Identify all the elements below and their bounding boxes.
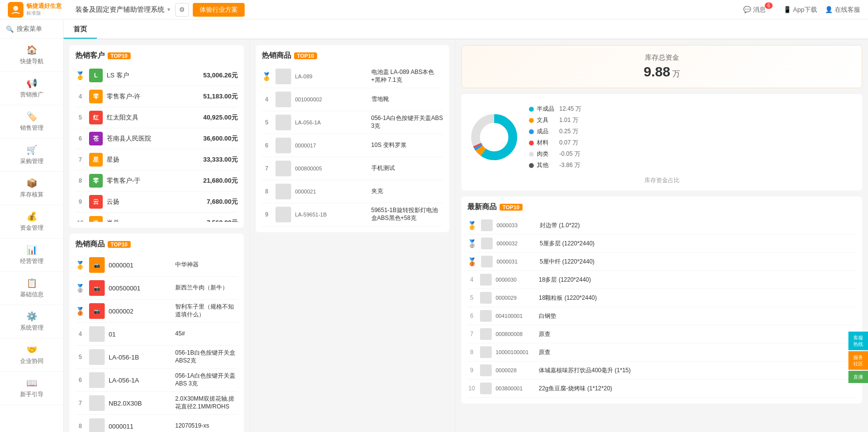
hpm-name-8: 夹克	[371, 188, 444, 195]
hp-code-2: 000500001	[109, 285, 171, 292]
hpm-code-5: LA-056-1A	[295, 120, 367, 125]
new-products-list: 🥇 0000033 封边带 (1.0*22) 🥈 0000032 5厘多层 (1…	[467, 216, 856, 398]
app-download-area[interactable]: 📱 App下载	[783, 5, 817, 14]
hpm-img-7	[275, 161, 291, 176]
hot-products-left-card: 热销商品 TOP10 🥇 📷 0000001 中华神器 🥈 📷	[69, 234, 244, 432]
hpm-name-1: 电池盖 LA-089 ABS本色+黑种 7.1克	[371, 69, 444, 84]
hpm-rank-7: 7 000800005 手机测试	[262, 157, 443, 180]
sidebar-label-marketing: 营销推广	[20, 91, 44, 99]
hpm-medal-1: 🥇	[262, 72, 272, 81]
sidebar-item-guide[interactable]: 📖 新手引导	[0, 372, 63, 405]
inventory-value: 9.88	[643, 64, 670, 79]
legend-name-4: 肉类	[537, 150, 556, 158]
float-btn-service[interactable]: 客服热线	[848, 332, 868, 350]
logo-icon	[8, 2, 23, 18]
sidebar-item-purchase[interactable]: 🛒 采购管理	[0, 139, 63, 172]
sidebar-label-operations: 经营管理	[20, 257, 44, 265]
sidebar-label-guide: 新手引导	[20, 390, 44, 399]
hp-code-1: 0000001	[109, 262, 171, 269]
hpm-rank-6: 6 0000017 10S 变料罗浆	[262, 134, 443, 157]
sidebar-label-inventory: 库存核算	[20, 191, 44, 199]
hpm-rank-4: 4 001000002 雪地靴	[262, 88, 443, 111]
service-icon: 👤	[825, 6, 833, 13]
sidebar-item-quick-nav[interactable]: 🏠 快捷导航	[0, 39, 63, 72]
finance-icon: 💰	[26, 211, 37, 222]
operations-icon: 📊	[26, 244, 37, 255]
sidebar-item-finance[interactable]: 💰 资金管理	[0, 205, 63, 239]
hp-img-4	[89, 326, 105, 342]
notification-area[interactable]: 💬 消息 6	[743, 5, 776, 14]
hp-num-7: 7	[75, 400, 85, 407]
hpm-num-9: 9	[262, 211, 272, 218]
legend-cailiao: 材料 0.07 万	[529, 139, 581, 147]
np-img-7	[480, 328, 492, 340]
np-item-3: 🥉 0000031 5厘中纤 (1220*2440)	[467, 253, 856, 271]
trial-button[interactable]: 体验行业方案	[193, 3, 245, 17]
hot-products-mid-title: 热销商品 TOP10	[262, 51, 443, 60]
hpm-code-7: 000800005	[295, 166, 367, 171]
logo-text-block: 畅捷通好生意 标准版	[26, 2, 62, 16]
np-medal-2: 🥈	[467, 239, 477, 248]
float-btn-live[interactable]: 直播	[848, 371, 868, 383]
cooperation-icon: 🤝	[26, 344, 37, 355]
sidebar-label-search: 搜索菜单	[17, 24, 42, 33]
hp-img-6	[89, 372, 105, 388]
float-buttons: 客服热线 服务社区 直播	[848, 332, 868, 383]
np-rank-7: 7	[467, 331, 476, 337]
np-name-4: 18多层 (1220*2440)	[539, 276, 856, 284]
hot-products-mid-title-text: 热销商品	[262, 51, 291, 60]
gear-button[interactable]: ⚙	[175, 3, 189, 17]
np-code-1: 0000033	[497, 222, 536, 228]
float-btn-community[interactable]: 服务社区	[848, 351, 868, 370]
hp-code-3: 0000002	[109, 308, 171, 315]
rank-num-8: 8	[75, 177, 85, 184]
donut-chart	[467, 110, 521, 164]
donut-container: 半成品 12.45 万 文具 1.01 万 成品 0	[467, 100, 856, 174]
np-rank-9: 9	[467, 367, 476, 374]
hp-code-5: LA-056-1B	[109, 354, 171, 361]
sales-icon: 🏷️	[26, 111, 37, 122]
online-service-area[interactable]: 👤 在线客服	[825, 5, 860, 14]
hp-code-7: NB2.0X30B	[109, 400, 171, 407]
legend-qita: 其他 -3.86 万	[529, 161, 581, 169]
np-name-10: 22g鱼豆腐-烧烤味 (1*12*20)	[539, 384, 856, 393]
legend-val-4: -0.05 万	[559, 150, 580, 158]
hpm-img-8	[275, 184, 291, 199]
customer-amount-9: 7,680.00元	[206, 197, 238, 206]
sidebar-label-finance: 资金管理	[20, 224, 44, 232]
dropdown-icon[interactable]: ▼	[166, 7, 171, 12]
sidebar-item-sales[interactable]: 🏷️ 销售管理	[0, 105, 63, 139]
search-icon: 🔍	[6, 25, 14, 33]
hp-img-8	[89, 418, 105, 432]
sidebar-item-operations[interactable]: 📊 经营管理	[0, 239, 63, 272]
customer-name-7: 星扬	[107, 155, 199, 164]
tab-home[interactable]: 首页	[64, 21, 97, 39]
sidebar-item-cooperation[interactable]: 🤝 企业协同	[0, 338, 63, 372]
sidebar-item-base-info[interactable]: 📋 基础信息	[0, 272, 63, 305]
np-item-6: 6 004100001 白钢垫	[467, 307, 856, 325]
hpm-num-4: 4	[262, 96, 272, 103]
legend-val-5: -3.86 万	[559, 161, 580, 169]
np-img-2	[481, 238, 493, 249]
sidebar-item-search[interactable]: 🔍 搜索菜单	[0, 20, 63, 39]
sidebar-item-marketing[interactable]: 📢 营销推广	[0, 72, 63, 105]
hpm-rank-1: 🥇 LA-089 电池盖 LA-089 ABS本色+黑种 7.1克	[262, 65, 443, 88]
hp-num-8: 8	[75, 423, 85, 430]
hot-products-mid-card: 热销商品 TOP10 🥇 LA-089 电池盖 LA-089 ABS本色+黑种 …	[256, 45, 449, 232]
legend-name-0: 半成品	[537, 105, 556, 113]
np-item-10: 10 003800001 22g鱼豆腐-烧烤味 (1*12*20)	[467, 380, 856, 398]
customer-top10-title-text: 热销客户	[75, 51, 105, 60]
system-name-text: 装备及固定资产辅助管理系统	[75, 5, 164, 14]
avatar-1: L	[89, 69, 103, 82]
inventory-value-area: 9.88 万	[470, 64, 854, 80]
customer-name-1: LS 客户	[107, 71, 199, 80]
legend-name-1: 文具	[537, 116, 556, 124]
sidebar-item-system[interactable]: ⚙️ 系统管理	[0, 305, 63, 338]
np-name-9: 体城嘉核味苏打饮品400毫升 (1*15)	[539, 366, 856, 375]
hpm-img-9	[275, 207, 291, 222]
np-rank-5: 5	[467, 294, 476, 301]
np-name-3: 5厘中纤 (1220*2440)	[540, 258, 856, 266]
avatar-6: 苍	[89, 132, 103, 145]
sidebar-item-inventory[interactable]: 📦 库存核算	[0, 172, 63, 205]
customer-rank-1: 🥇 L LS 客户 53,006.26元	[75, 65, 238, 86]
